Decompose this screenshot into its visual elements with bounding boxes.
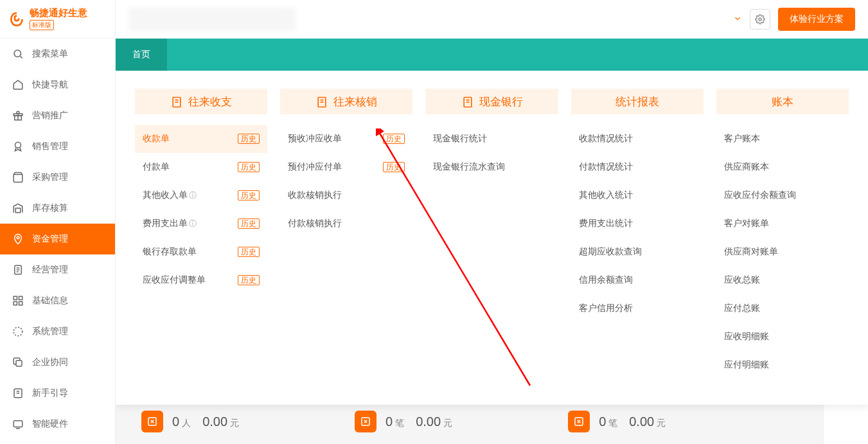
stat-count: 0 <box>385 414 393 429</box>
sidebar-item[interactable]: 营销推广 <box>0 100 115 131</box>
mega-item-label: 银行存取款单 <box>143 246 197 258</box>
history-tag[interactable]: 历史 <box>238 247 260 257</box>
sidebar-item-label: 搜索菜单 <box>32 48 68 60</box>
sidebar-item[interactable]: 基础信息 <box>0 285 115 316</box>
sidebar-item[interactable]: 经营管理 <box>0 254 115 285</box>
settings-button[interactable] <box>750 9 770 30</box>
stat-amount: 0.00 <box>416 414 441 429</box>
mega-item-label: 预付冲应付单 <box>288 161 342 173</box>
sidebar-item[interactable]: 资金管理 <box>0 224 115 254</box>
mega-item-label: 应付明细账 <box>724 359 769 371</box>
mega-column-title: 往来收支 <box>188 94 232 109</box>
history-tag[interactable]: 历史 <box>238 162 260 172</box>
stat-count-unit: 人 <box>182 418 191 429</box>
mega-item-label: 供应商账本 <box>724 161 769 173</box>
stat-amount: 0.00 <box>202 414 227 429</box>
history-tag[interactable]: 历史 <box>383 134 405 144</box>
mega-menu-item[interactable]: 供应商对账单 <box>716 238 849 266</box>
sidebar-item[interactable]: 采购管理 <box>0 162 115 193</box>
stat-icon <box>568 411 590 432</box>
sidebar-item[interactable]: 销售管理 <box>0 131 115 162</box>
mega-item-label: 收款核销执行 <box>288 190 342 201</box>
mega-menu-item[interactable]: 应收明细账 <box>716 323 849 351</box>
sidebar-item-label: 库存核算 <box>32 202 68 214</box>
mega-item-label: 预收冲应收单 <box>288 133 342 145</box>
mega-menu-item[interactable]: 应付总账 <box>716 294 849 323</box>
history-tag[interactable]: 历史 <box>238 134 260 144</box>
stat-count-unit: 笔 <box>608 418 617 429</box>
sidebar-item[interactable]: 库存核算 <box>0 193 115 224</box>
sidebar-item-label: 系统管理 <box>32 326 68 337</box>
stat-amount-unit: 元 <box>657 418 666 429</box>
stat-count-unit: 笔 <box>395 418 404 429</box>
history-tag[interactable]: 历史 <box>238 218 260 229</box>
stat-block: 0笔0.00元 <box>355 411 452 432</box>
svg-rect-20 <box>13 421 22 427</box>
mega-menu-item[interactable]: 客户对账单 <box>716 209 849 238</box>
mega-column-header: 现金银行 <box>425 89 558 114</box>
mega-column: 往来收支收款单历史付款单历史其他收入单ⓘ历史费用支出单ⓘ历史银行存取款单历史应收… <box>135 89 267 379</box>
tab-home[interactable]: 首页 <box>116 39 167 71</box>
sidebar-item[interactable]: 企业协同 <box>0 347 115 378</box>
mega-column-title: 往来核销 <box>333 94 377 109</box>
mega-menu-item[interactable]: 客户账本 <box>716 125 849 153</box>
history-tag[interactable]: 历史 <box>383 162 405 172</box>
sidebar-item-label: 智能硬件 <box>32 418 68 430</box>
mega-menu-item[interactable]: 供应商账本 <box>716 153 849 181</box>
tabstrip: 首页 <box>116 39 868 71</box>
money-icon <box>12 233 24 245</box>
mega-menu-item[interactable]: 客户信用分析 <box>571 294 704 323</box>
mega-menu-item[interactable]: 其他收入单ⓘ历史 <box>135 181 267 209</box>
mega-menu-item[interactable]: 预付冲应付单历史 <box>280 153 412 181</box>
mega-menu-item[interactable]: 收款单历史 <box>135 125 267 153</box>
stat-block: 0笔0.00元 <box>568 411 666 432</box>
history-tag[interactable]: 历史 <box>238 275 260 285</box>
stat-amount-unit: 元 <box>230 418 239 429</box>
mega-menu-item[interactable]: 信用余额查询 <box>571 266 704 294</box>
svg-rect-15 <box>13 302 17 305</box>
copy-icon <box>12 356 24 369</box>
mega-menu-item[interactable]: 超期应收款查询 <box>571 238 704 266</box>
bottom-stats: 0人0.00元0笔0.00元0笔0.00元 <box>141 411 855 432</box>
doc-icon <box>461 95 474 108</box>
doc-icon <box>315 95 328 108</box>
mega-menu-item[interactable]: 应收应付余额查询 <box>716 181 849 209</box>
svg-point-8 <box>17 236 19 239</box>
chevron-down-icon[interactable] <box>733 14 742 25</box>
mega-menu-item[interactable]: 应收应付调整单历史 <box>135 266 267 294</box>
sidebar-item[interactable]: 搜索菜单 <box>0 39 115 69</box>
company-selector[interactable] <box>128 8 296 31</box>
sidebar-item-label: 基础信息 <box>32 295 68 306</box>
sidebar-item-label: 新手引导 <box>32 387 68 399</box>
mega-item-label: 费用支出统计 <box>579 218 633 229</box>
sidebar-item[interactable]: 快捷导航 <box>0 69 115 100</box>
cta-button[interactable]: 体验行业方案 <box>778 8 855 31</box>
mega-column: 账本客户账本供应商账本应收应付余额查询客户对账单供应商对账单应收总账应付总账应收… <box>716 89 849 379</box>
mega-menu-item[interactable]: 预收冲应收单历史 <box>280 125 412 153</box>
guide-icon <box>12 387 24 400</box>
mega-menu-item[interactable]: 现金银行统计 <box>425 125 558 153</box>
sidebar-item[interactable]: 新手引导 <box>0 378 115 409</box>
mega-menu-item[interactable]: 银行存取款单历史 <box>135 238 267 266</box>
mega-menu-item[interactable]: 费用支出统计 <box>571 209 704 238</box>
sidebar-item[interactable]: 智能硬件 <box>0 409 115 440</box>
mega-item-label: 费用支出单ⓘ <box>143 218 197 229</box>
mega-item-label: 现金银行统计 <box>433 133 487 145</box>
mega-menu-item[interactable]: 应收总账 <box>716 266 849 294</box>
mega-menu-item[interactable]: 现金银行流水查询 <box>425 153 558 181</box>
mega-menu-item[interactable]: 付款单历史 <box>135 153 267 181</box>
sidebar-item-label: 快捷导航 <box>32 79 68 91</box>
mega-menu-item[interactable]: 应付明细账 <box>716 351 849 379</box>
history-tag[interactable]: 历史 <box>238 190 260 200</box>
sidebar-item[interactable]: 系统管理 <box>0 316 115 347</box>
mega-menu-item[interactable]: 付款情况统计 <box>571 153 704 181</box>
svg-rect-13 <box>13 296 17 299</box>
mega-menu-item[interactable]: 其他收入统计 <box>571 181 704 209</box>
sidebar-item-label: 营销推广 <box>32 110 68 121</box>
stat-amount: 0.00 <box>629 414 654 429</box>
mega-menu-item[interactable]: 收款情况统计 <box>571 125 704 153</box>
mega-menu-item[interactable]: 收款核销执行 <box>280 181 412 209</box>
mega-column-header: 往来核销 <box>280 89 412 114</box>
mega-menu-item[interactable]: 费用支出单ⓘ历史 <box>135 209 267 238</box>
mega-menu-item[interactable]: 付款核销执行 <box>280 209 412 238</box>
